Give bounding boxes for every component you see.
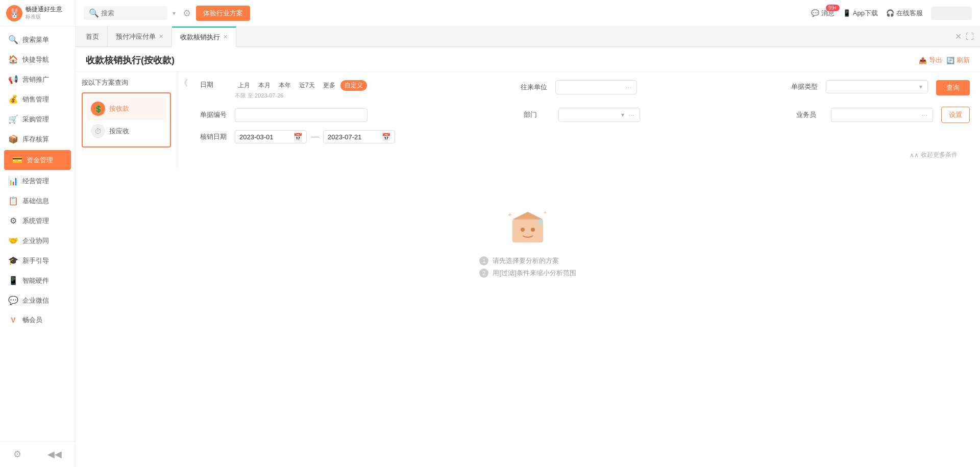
- window-controls: ✕ ⛶: [955, 32, 978, 41]
- date-tab-custom[interactable]: 自定义: [340, 80, 367, 91]
- sidebar-item-guide[interactable]: 🎓 新手引导: [0, 251, 75, 271]
- app-download-button[interactable]: 📱 App下载: [843, 9, 878, 18]
- sidebar-item-basic-info[interactable]: 📋 基础信息: [0, 191, 75, 211]
- tab-prepay[interactable]: 预付冲应付单 ✕: [108, 27, 172, 47]
- page-header: 收款核销执行(按收款) 📤 导出 🔄 刷新: [76, 47, 980, 72]
- search-input[interactable]: [101, 9, 162, 17]
- enterprise-icon: 🤝: [8, 236, 18, 245]
- staff-dots-icon[interactable]: ···: [921, 111, 927, 119]
- sidebar-item-marketing[interactable]: 📢 营销推广: [0, 69, 75, 89]
- home-tab-label: 首页: [86, 32, 99, 41]
- date-tab-more[interactable]: 更多: [320, 80, 338, 91]
- online-service-button[interactable]: 🎧 在线客服: [886, 9, 923, 18]
- prepay-tab-close-icon[interactable]: ✕: [159, 33, 163, 40]
- receivable-tab-close-icon[interactable]: ✕: [223, 34, 228, 40]
- sidebar-item-label: 新手引导: [22, 256, 49, 265]
- collapse-sidebar-btn[interactable]: ◀◀: [43, 447, 66, 462]
- receipt-option-icon: 💲: [91, 102, 105, 116]
- collapse-panel-btn[interactable]: 《: [180, 72, 190, 168]
- sidebar: 🐰 畅捷通好生意 标准版 🔍 搜索菜单 🏠 快捷导航 📢 营销推广 💰 销售管理…: [0, 0, 76, 467]
- dept-select[interactable]: ▾ ···: [558, 108, 640, 122]
- tab-receivable[interactable]: 收款核销执行 ✕: [172, 27, 236, 47]
- date-tab-7days[interactable]: 近7天: [296, 80, 318, 91]
- receivable-tab-label: 收款核销执行: [180, 33, 220, 42]
- filter-area: 按以下方案查询 💲 按收款 ⏱ 按应收 《: [76, 72, 980, 168]
- receivable-option-icon: ⏱: [91, 124, 105, 138]
- date-tab-last-month[interactable]: 上月: [235, 80, 253, 91]
- refresh-label: 刷新: [957, 56, 970, 65]
- sidebar-item-vip[interactable]: V 畅会员: [0, 310, 75, 330]
- refresh-button[interactable]: 🔄 刷新: [946, 56, 970, 65]
- receivable-option-label: 按应收: [109, 127, 129, 136]
- calendar-start-icon[interactable]: 📅: [293, 133, 302, 141]
- filter-option-by-receipt[interactable]: 💲 按收款: [87, 97, 166, 120]
- collapse-more-btn[interactable]: ∧∧ 收起更多条件: [200, 148, 970, 160]
- empty-state: ✦ ✦ 1 请先选择要分析的方案 2 用[过滤]条件来缩小分析范围: [76, 168, 980, 308]
- date-range-separator: —: [311, 132, 319, 141]
- setting-button[interactable]: 设置: [941, 107, 970, 123]
- query-button[interactable]: 查询: [936, 80, 970, 95]
- message-button[interactable]: 💬 消息 99+: [811, 9, 835, 18]
- counterpart-dots-icon[interactable]: ···: [626, 83, 632, 91]
- close-window-icon[interactable]: ✕: [955, 32, 962, 41]
- staff-select[interactable]: ···: [831, 108, 933, 122]
- sidebar-item-label: 畅会员: [22, 315, 42, 325]
- sidebar-item-label: 企业协同: [22, 236, 49, 245]
- marketing-icon: 📢: [8, 75, 18, 84]
- sidebar-item-enterprise[interactable]: 🤝 企业协同: [0, 231, 75, 251]
- maximize-window-icon[interactable]: ⛶: [966, 32, 974, 41]
- settings-footer-icon[interactable]: ⚙: [9, 447, 26, 462]
- sidebar-item-search-menu[interactable]: 🔍 搜索菜单: [0, 30, 75, 50]
- search-bar[interactable]: 🔍: [84, 6, 167, 20]
- date-tab-this-month[interactable]: 本月: [255, 80, 274, 91]
- empty-illustration: ✦ ✦: [497, 199, 558, 250]
- sidebar-item-label: 快捷导航: [22, 55, 49, 64]
- topbar: 🔍 ▾ ⚙ 体验行业方案 💬 消息 99+ 📱 App下载 🎧 在线客服: [76, 0, 980, 27]
- counterpart-label: 往来单位: [521, 83, 551, 92]
- doc-type-chevron-icon: ▾: [919, 83, 922, 90]
- sidebar-item-weixin[interactable]: 💬 企业微信: [0, 290, 75, 310]
- refresh-icon: 🔄: [946, 57, 954, 64]
- date-tab-this-year[interactable]: 本年: [276, 80, 294, 91]
- logo-text-block: 畅捷通好生意 标准版: [26, 6, 62, 21]
- verify-date-end-input[interactable]: [328, 133, 379, 141]
- chevron-down-icon[interactable]: ▾: [173, 10, 176, 17]
- user-profile[interactable]: [931, 7, 972, 20]
- topbar-gear-icon[interactable]: ⚙: [183, 8, 191, 19]
- calendar-end-icon[interactable]: 📅: [382, 133, 390, 141]
- sidebar-item-sys-mgr[interactable]: ⚙ 系统管理: [0, 211, 75, 231]
- dept-dots-icon[interactable]: ···: [628, 111, 634, 119]
- doc-num-input[interactable]: [235, 108, 368, 122]
- sidebar-nav: 🔍 搜索菜单 🏠 快捷导航 📢 营销推广 💰 销售管理 🛒 采购管理 📦 库存核…: [0, 27, 75, 441]
- verify-date-start-input[interactable]: [239, 133, 290, 141]
- sys-mgr-icon: ⚙: [8, 216, 18, 226]
- sidebar-item-inventory[interactable]: 📦 库存核算: [0, 129, 75, 149]
- filter-options-box: 💲 按收款 ⏱ 按应收: [82, 92, 171, 148]
- counterpart-select[interactable]: ···: [555, 80, 637, 94]
- collapse-up-icon: ∧∧: [910, 152, 919, 159]
- sidebar-item-hardware[interactable]: 📱 智能硬件: [0, 271, 75, 290]
- sidebar-item-sales[interactable]: 💰 销售管理: [0, 89, 75, 109]
- doc-type-select[interactable]: ▾: [826, 80, 928, 93]
- tab-home[interactable]: 首页: [78, 27, 108, 47]
- quick-nav-icon: 🏠: [8, 55, 18, 64]
- sidebar-item-label: 基础信息: [22, 196, 49, 206]
- doc-type-label: 单据类型: [791, 82, 822, 91]
- step-1-num: 1: [479, 256, 488, 265]
- export-button[interactable]: 📤 导出: [919, 56, 942, 65]
- empty-step-2: 2 用[过滤]条件来缩小分析范围: [479, 268, 576, 278]
- sidebar-item-finance[interactable]: 💳 资金管理: [4, 150, 71, 170]
- verify-date-start-wrap: 📅: [235, 130, 307, 143]
- industry-solution-button[interactable]: 体验行业方案: [196, 6, 250, 21]
- sidebar-item-purchase[interactable]: 🛒 采购管理: [0, 109, 75, 129]
- sidebar-item-quick-nav[interactable]: 🏠 快捷导航: [0, 50, 75, 69]
- sidebar-item-biz-mgr[interactable]: 📊 经营管理: [0, 171, 75, 191]
- sidebar-item-label: 经营管理: [22, 177, 49, 186]
- app-name: 畅捷通好生意: [26, 6, 62, 14]
- sidebar-item-label: 系统管理: [22, 216, 49, 226]
- filter-option-by-receivable[interactable]: ⏱ 按应收: [87, 120, 166, 142]
- sidebar-item-label: 销售管理: [22, 95, 49, 104]
- app-icon: 📱: [843, 9, 851, 17]
- inventory-icon: 📦: [8, 134, 18, 144]
- export-label: 导出: [929, 56, 942, 65]
